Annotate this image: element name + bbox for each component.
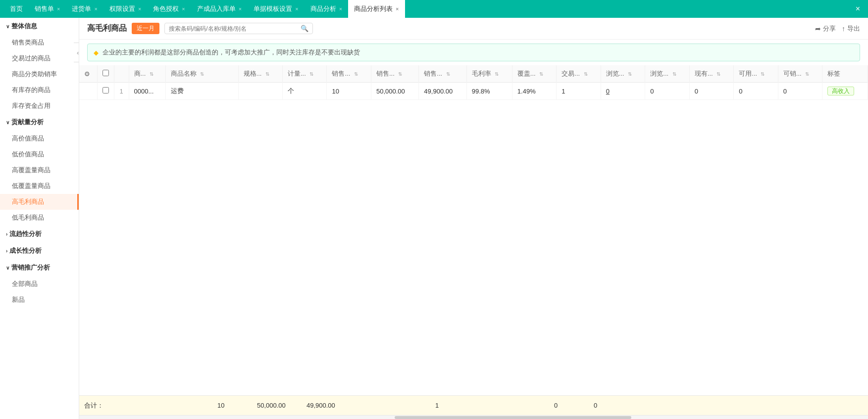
nav-item-analysis[interactable]: 商品分析 × xyxy=(305,0,348,18)
date-filter-button[interactable]: 近一月 xyxy=(132,23,159,34)
search-icon[interactable]: 🔍 xyxy=(301,25,308,32)
horizontal-scrollbar[interactable] xyxy=(79,415,868,419)
sidebar-item-stock-capital[interactable]: 库存资金占用 xyxy=(0,98,79,114)
sort-icon: ⇅ xyxy=(584,71,588,77)
cell-sales-amount: 50,000.00 xyxy=(371,83,418,100)
footer-spacer xyxy=(113,402,212,409)
cell-browse1[interactable]: 0 xyxy=(601,83,645,100)
row-checkbox[interactable] xyxy=(102,87,109,93)
search-input[interactable] xyxy=(169,25,298,32)
sort-icon: ⇅ xyxy=(398,71,402,77)
footer-spacer5 xyxy=(510,402,549,409)
main-layout: « ∨ 整体信息 销售类商品 交易过的商品 商品分类助销率 有库存的商品 库存资… xyxy=(0,18,868,419)
table-header-row: ⚙ 商... ⇅ 商品名称 ⇅ xyxy=(79,65,868,83)
cell-saleable: 0 xyxy=(778,83,822,100)
cell-browse2: 0 xyxy=(645,83,689,100)
cell-spec xyxy=(238,83,282,100)
sidebar-group-trend[interactable]: › 流趋性分析 xyxy=(0,226,79,242)
sidebar-item-category-rate[interactable]: 商品分类助销率 xyxy=(0,66,79,82)
col-gross-margin[interactable]: 毛利率 ⇅ xyxy=(466,65,512,83)
nav-item-purchase[interactable]: 进货单 × xyxy=(66,0,103,18)
col-saleable[interactable]: 可销... ⇅ xyxy=(778,65,822,83)
sidebar-item-all-goods[interactable]: 全部商品 xyxy=(0,276,79,292)
sidebar-item-stocked-goods[interactable]: 有库存的商品 xyxy=(0,82,79,98)
export-button[interactable]: ↑ 导出 xyxy=(842,24,860,33)
nav-item-home[interactable]: 首页 xyxy=(4,0,29,18)
content-area: 高毛利商品 近一月 🔍 ➦ 分享 ↑ 导出 ◆ 企业的主要的利润都是这部分商品创… xyxy=(79,18,868,419)
sidebar-item-low-coverage[interactable]: 低覆盖量商品 xyxy=(0,178,79,194)
sidebar-item-high-margin[interactable]: 高毛利商品 xyxy=(0,194,79,210)
close-icon[interactable]: × xyxy=(138,6,141,12)
nav-item-template[interactable]: 单据模板设置 × xyxy=(248,0,304,18)
nav-item-warehouse[interactable]: 产成品入库单 × xyxy=(191,0,248,18)
chevron-right-icon: › xyxy=(6,248,7,254)
scrollbar-thumb[interactable] xyxy=(395,416,631,419)
close-icon[interactable]: × xyxy=(239,6,242,12)
col-tag: 标签 xyxy=(822,65,868,83)
close-icon[interactable]: × xyxy=(396,6,399,12)
sidebar-item-traded-goods[interactable]: 交易过的商品 xyxy=(0,50,79,66)
chevron-down-icon: ∨ xyxy=(6,120,9,125)
sidebar: « ∨ 整体信息 销售类商品 交易过的商品 商品分类助销率 有库存的商品 库存资… xyxy=(0,18,79,419)
cell-num: 1 xyxy=(114,83,129,100)
col-num xyxy=(114,65,129,83)
col-browse1[interactable]: 浏览... ⇅ xyxy=(601,65,645,83)
sidebar-item-low-margin[interactable]: 低毛利商品 xyxy=(0,210,79,226)
col-settings[interactable]: ⚙ xyxy=(79,65,97,83)
close-icon[interactable]: × xyxy=(182,6,185,12)
nav-item-roles[interactable]: 角色授权 × xyxy=(147,0,191,18)
nav-item-analysis-list[interactable]: 商品分析列表 × xyxy=(348,0,405,18)
sidebar-item-new-goods[interactable]: 新品 xyxy=(0,292,79,308)
col-current-stock[interactable]: 现有... ⇅ xyxy=(689,65,733,83)
footer-values: 10 50,000.00 49,900.00 1 0 0 xyxy=(113,402,863,409)
col-coverage[interactable]: 覆盖... ⇅ xyxy=(512,65,556,83)
sidebar-group-contribution-items: 高价值商品 低价值商品 高覆盖量商品 低覆盖量商品 高毛利商品 低毛利商品 xyxy=(0,131,79,226)
footer-spacer3 xyxy=(391,402,430,409)
cell-current-stock: 0 xyxy=(689,83,733,100)
close-icon[interactable]: × xyxy=(57,6,60,12)
sidebar-item-high-value[interactable]: 高价值商品 xyxy=(0,131,79,146)
col-spec[interactable]: 规格... ⇅ xyxy=(238,65,282,83)
data-table: ⚙ 商... ⇅ 商品名称 ⇅ xyxy=(79,65,868,100)
nav-item-permissions[interactable]: 权限设置 × xyxy=(103,0,147,18)
footer-current-stock: 0 xyxy=(549,402,589,409)
col-sales-cost[interactable]: 销售... ⇅ xyxy=(419,65,466,83)
share-button[interactable]: ➦ 分享 xyxy=(815,24,836,33)
close-icon[interactable]: × xyxy=(94,6,97,12)
col-unit[interactable]: 计量... ⇅ xyxy=(283,65,327,83)
header-actions: ➦ 分享 ↑ 导出 xyxy=(815,24,860,33)
col-code[interactable]: 商... ⇅ xyxy=(129,65,165,83)
col-sales-qty[interactable]: 销售... ⇅ xyxy=(327,65,371,83)
close-icon[interactable]: × xyxy=(339,6,342,12)
chevron-right-icon: › xyxy=(6,232,7,237)
sort-icon: ⇅ xyxy=(495,71,499,77)
col-name[interactable]: 商品名称 ⇅ xyxy=(165,65,238,83)
col-transaction[interactable]: 交易... ⇅ xyxy=(557,65,601,83)
close-icon[interactable]: × xyxy=(295,6,298,12)
sort-icon: ⇅ xyxy=(309,71,313,77)
sidebar-collapse-button[interactable]: « xyxy=(74,43,79,62)
settings-icon[interactable]: ⚙ xyxy=(84,70,90,78)
sidebar-item-low-value[interactable]: 低价值商品 xyxy=(0,146,79,162)
sidebar-item-high-coverage[interactable]: 高覆盖量商品 xyxy=(0,162,79,178)
sidebar-item-sales-goods[interactable]: 销售类商品 xyxy=(0,35,79,50)
cell-code: 0000... xyxy=(129,83,165,100)
col-browse2[interactable]: 浏览... ⇅ xyxy=(645,65,689,83)
sidebar-group-overall[interactable]: ∨ 整体信息 xyxy=(0,18,79,35)
sidebar-group-growth[interactable]: › 成长性分析 xyxy=(0,242,79,259)
col-sales-amount[interactable]: 销售... ⇅ xyxy=(371,65,418,83)
window-close-button[interactable]: × xyxy=(852,4,864,13)
nav-item-sales[interactable]: 销售单 × xyxy=(29,0,66,18)
cell-checkbox[interactable] xyxy=(97,83,114,100)
col-available[interactable]: 可用... ⇅ xyxy=(734,65,778,83)
col-checkbox[interactable] xyxy=(97,65,114,83)
sidebar-group-marketing[interactable]: ∨ 营销推广分析 xyxy=(0,259,79,276)
cell-sales-cost: 49,900.00 xyxy=(419,83,466,100)
info-icon: ◆ xyxy=(94,49,99,56)
sort-icon: ⇅ xyxy=(265,71,269,77)
search-wrapper: 🔍 xyxy=(164,23,313,34)
sidebar-group-marketing-items: 全部商品 新品 xyxy=(0,276,79,308)
select-all-checkbox[interactable] xyxy=(102,70,109,76)
sidebar-group-contribution[interactable]: ∨ 贡献量分析 xyxy=(0,114,79,131)
sort-icon: ⇅ xyxy=(354,71,358,77)
